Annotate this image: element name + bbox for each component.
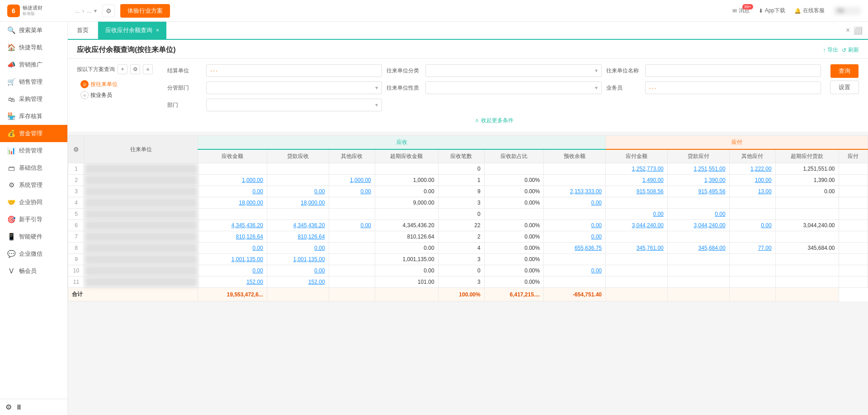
other-payable[interactable]: 100.00 <box>729 175 775 186</box>
online-service-button[interactable]: 🔔 在线客服 <box>794 7 825 14</box>
export-button[interactable]: ↑ 导出 <box>823 46 838 54</box>
loan-receivable[interactable]: 0.00 <box>267 243 329 254</box>
filter-collapse-button[interactable]: « <box>143 64 153 74</box>
table-row: 1████████01,252,773.001,251,551.001,222.… <box>68 163 868 175</box>
app-download-button[interactable]: ⬇ App下载 <box>759 7 785 14</box>
payable-amount[interactable]: 1,252,773.00 <box>606 163 668 175</box>
loan-receivable[interactable]: 18,000.00 <box>267 197 329 209</box>
advance-balance[interactable]: 2,153,333.00 <box>544 186 606 197</box>
sidebar-item-marketing[interactable]: 📣 营销推广 <box>0 56 67 73</box>
partner-category-input[interactable]: ▾ <box>425 64 601 77</box>
payable-5 <box>839 265 868 277</box>
table-header-setting[interactable]: ⚙ <box>68 136 85 163</box>
sidebar-item-basicinfo[interactable]: 🗃 基础信息 <box>0 159 67 176</box>
sidebar-item-sales[interactable]: 🛒 销售管理 <box>0 73 67 91</box>
filter-option-salesperson[interactable]: ○ 按业务员 <box>77 90 167 100</box>
table-setting-icon[interactable]: ⚙ <box>72 146 80 153</box>
salesperson-input[interactable]: ··· <box>645 81 821 94</box>
sidebar-item-enterprise[interactable]: 🤝 企业协同 <box>0 194 67 211</box>
filter-add-button[interactable]: + <box>118 64 127 74</box>
loan-receivable[interactable]: 4,345,436.20 <box>267 220 329 231</box>
department-input[interactable]: ▾ <box>206 81 382 94</box>
col-yskzanbi: 应收款占比 <box>484 149 544 163</box>
advance-balance[interactable]: 0.00 <box>544 197 606 209</box>
chevron-down-icon[interactable]: ▾ <box>94 8 97 14</box>
partner-nature-input[interactable]: ▾ <box>425 81 601 94</box>
loan-receivable[interactable]: 152.00 <box>267 277 329 288</box>
payable-amount[interactable]: 1,490.00 <box>606 175 668 186</box>
message-button[interactable]: ✉ 消息 99+ <box>732 7 750 14</box>
loan-payable[interactable]: 1,390.00 <box>667 175 729 186</box>
sidebar-item-quick-nav[interactable]: 🏠 快捷导航 <box>0 39 67 56</box>
receivable-amount[interactable]: 810,126.64 <box>198 231 267 243</box>
tab-home[interactable]: 首页 <box>68 22 98 39</box>
loan-payable[interactable]: 0.00 <box>667 209 729 220</box>
other-payable[interactable]: 77.00 <box>729 243 775 254</box>
user-info[interactable]: Rit <box>834 7 861 15</box>
other-payable[interactable]: 1,222.00 <box>729 163 775 175</box>
solution-button[interactable]: 体验行业方案 <box>120 4 170 18</box>
loan-payable[interactable]: 1,251,551.00 <box>667 163 729 175</box>
sidebar-item-wechat[interactable]: 💬 企业微信 <box>0 245 67 262</box>
other-payable[interactable]: 0.00 <box>729 220 775 231</box>
loan-receivable[interactable]: 1,001,135.00 <box>267 254 329 265</box>
other-receivable[interactable]: 1,000.00 <box>329 175 375 186</box>
receivable-amount[interactable]: 1,000.00 <box>198 175 267 186</box>
receivable-amount[interactable]: 4,345,436.20 <box>198 220 267 231</box>
window-close-icon[interactable]: × <box>846 26 850 34</box>
loan-receivable[interactable]: 0.00 <box>267 186 329 197</box>
receivable-amount[interactable]: 152.00 <box>198 277 267 288</box>
settings-icon[interactable]: ⚙ <box>5 403 12 411</box>
row-number: 7 <box>68 231 85 243</box>
receivable-amount[interactable]: 0.00 <box>198 243 267 254</box>
collapse-more-button[interactable]: ∧ 收起更多条件 <box>167 115 821 126</box>
query-button[interactable]: 查询 <box>830 64 859 78</box>
refresh-button[interactable]: ↺ 刷新 <box>842 46 859 54</box>
set-button[interactable]: 设置 <box>830 81 859 94</box>
sidebar-item-inventory[interactable]: 🏪 库存核算 <box>0 108 67 125</box>
loan-payable[interactable]: 345,684.00 <box>667 243 729 254</box>
other-receivable[interactable]: 0.00 <box>329 220 375 231</box>
receivable-amount <box>198 209 267 220</box>
payable-amount[interactable]: 915,508.56 <box>606 186 668 197</box>
filter-option-partner[interactable]: ⊙ 按往来单位 <box>77 79 167 90</box>
payable-amount[interactable]: 3,044,240.00 <box>606 220 668 231</box>
loan-payable[interactable]: 3,044,240.00 <box>667 220 729 231</box>
sidebar-item-finance[interactable]: 💰 资金管理 <box>0 125 67 142</box>
other-payable <box>729 277 775 288</box>
receivable-amount[interactable]: 0.00 <box>198 265 267 277</box>
sidebar-item-hardware[interactable]: 📱 智能硬件 <box>0 228 67 245</box>
receivable-amount[interactable]: 0.00 <box>198 186 267 197</box>
payable-amount[interactable]: 345,761.00 <box>606 243 668 254</box>
other-receivable[interactable]: 0.00 <box>329 186 375 197</box>
gear-button[interactable]: ⚙ <box>102 5 115 17</box>
filter-setting-button[interactable]: ⚙ <box>130 64 140 74</box>
sidebar-item-guide[interactable]: 🎯 新手引导 <box>0 211 67 228</box>
loan-payable[interactable]: 915,495.56 <box>667 186 729 197</box>
receivable-count: 1 <box>438 175 484 186</box>
sidebar-item-search-menu[interactable]: 🔍 搜索菜单 <box>0 22 67 39</box>
receivable-count: 3 <box>438 277 484 288</box>
advance-balance[interactable]: 0.00 <box>544 231 606 243</box>
dept-input[interactable]: ▾ <box>206 99 382 111</box>
sidebar-item-member[interactable]: Ⅴ 畅会员 <box>0 262 67 280</box>
receivable-amount[interactable]: 1,001,135.00 <box>198 254 267 265</box>
payable-amount[interactable]: 0.00 <box>606 209 668 220</box>
settlement-unit-input[interactable]: ··· <box>206 64 382 77</box>
sidebar-item-purchase[interactable]: 🛍 采购管理 <box>0 91 67 108</box>
tab-active[interactable]: 应收应付余额查询 × <box>98 22 166 39</box>
sidebar-item-operations[interactable]: 📊 经营管理 <box>0 142 67 159</box>
window-expand-icon[interactable]: ⬜ <box>854 26 863 35</box>
sidebar-item-system[interactable]: ⚙ 系统管理 <box>0 176 67 194</box>
other-payable[interactable]: 13.00 <box>729 186 775 197</box>
purchase-icon: 🛍 <box>7 95 15 103</box>
loan-receivable[interactable]: 0.00 <box>267 265 329 277</box>
advance-balance[interactable]: 655,636.75 <box>544 243 606 254</box>
advance-balance[interactable]: 0.00 <box>544 265 606 277</box>
tab-close-button[interactable]: × <box>156 27 159 33</box>
advance-balance[interactable]: 0.00 <box>544 220 606 231</box>
pause-icon[interactable]: ⏸ <box>15 403 23 411</box>
loan-receivable[interactable]: 810,126.64 <box>267 231 329 243</box>
partner-name-input[interactable] <box>645 64 821 77</box>
receivable-amount[interactable]: 18,000.00 <box>198 197 267 209</box>
